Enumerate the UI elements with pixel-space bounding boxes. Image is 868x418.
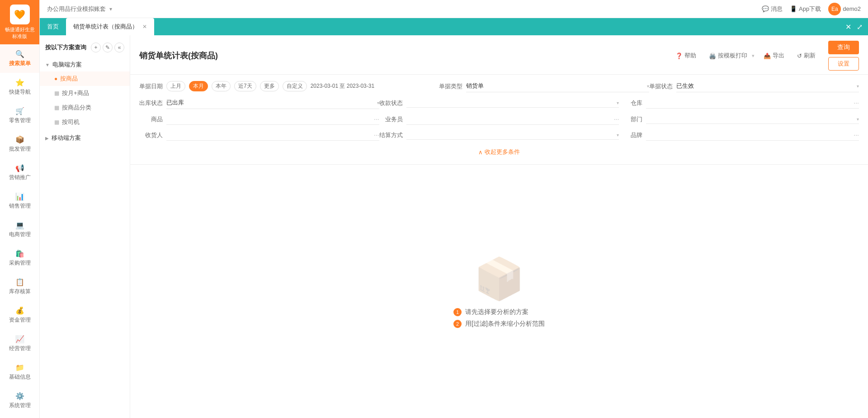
date-btn-last-month[interactable]: 上月 (166, 81, 185, 91)
salesperson-label: 业务员 (379, 115, 406, 124)
doc-status-select[interactable]: 已生效 ▾ (676, 80, 859, 92)
mobile-section-header[interactable]: ▶ 移动端方案 (40, 131, 130, 145)
brand-dots-icon[interactable]: ··· (854, 131, 859, 138)
radio-icon: ● (54, 76, 57, 82)
topbar-title: 办公用品行业模拟账套 (47, 5, 106, 13)
sidebar-item-finance[interactable]: 💰 资金管理 (0, 301, 39, 329)
ecommerce-icon: 💻 (15, 221, 24, 229)
out-status-select[interactable]: 已出库 ▾ (166, 97, 379, 109)
sidebar-item-basic[interactable]: 📁 基础信息 (0, 358, 39, 386)
tab-close-window-btn[interactable]: ✕ (844, 21, 853, 33)
scheme-by-goods[interactable]: ● 按商品 (40, 71, 130, 86)
sidebar-item-operation[interactable]: 📈 经营管理 (0, 329, 39, 358)
sidebar-item-sales[interactable]: 📊 销售管理 (0, 187, 39, 215)
filter-receipt-status: 收款状态 ▾ (379, 99, 619, 108)
salesperson-select[interactable]: ··· (406, 114, 619, 125)
filter-payment: 结算方式 ▾ (379, 131, 619, 140)
print-btn-group: 🖨️ 按模板打印 ▾ (705, 50, 755, 62)
print-btn[interactable]: 🖨️ 按模板打印 (705, 50, 751, 62)
app-download-label: App下载 (799, 5, 821, 13)
sidebar-item-search[interactable]: 🔍 搜索菜单 (0, 44, 39, 73)
sidebar-item-label: 零售管理 (9, 117, 31, 124)
step-2-num: 2 (453, 320, 462, 328)
filter-brand: 品牌 ··· (619, 129, 859, 141)
date-btn-this-year[interactable]: 本年 (212, 81, 231, 91)
sidebar-item-marketing[interactable]: 📢 营销推广 (0, 158, 39, 187)
collapse-more-btn[interactable]: ∧ 收起更多条件 (139, 145, 859, 159)
goods-select[interactable]: ··· (166, 114, 379, 125)
receiver-label: 收货人 (139, 131, 166, 139)
user-profile[interactable]: Ea demo2 (828, 3, 861, 15)
print-label: 按模板打印 (718, 52, 747, 60)
dept-select[interactable]: ▾ (646, 115, 859, 124)
doc-type-label: 单据类型 (439, 82, 466, 90)
logo-icon: 🧡 (10, 5, 30, 24)
settings-btn[interactable]: 设置 (828, 57, 859, 71)
avatar: Ea (828, 3, 841, 15)
print-dropdown-icon[interactable]: ▾ (752, 53, 755, 59)
date-btn-this-month[interactable]: 本月 (189, 81, 208, 91)
sidebar-item-enterprise[interactable]: 🤝 企业协同 (0, 415, 39, 418)
date-btn-custom[interactable]: 自定义 (283, 81, 307, 91)
goods-dots-icon[interactable]: ··· (374, 115, 379, 123)
sidebar-item-system[interactable]: ⚙️ 系统管理 (0, 386, 39, 415)
warehouse-dots-icon[interactable]: ··· (854, 99, 859, 106)
help-label: 帮助 (684, 52, 696, 60)
export-icon: 📤 (764, 52, 771, 59)
date-btn-more[interactable]: 更多 (260, 81, 279, 91)
payment-select[interactable]: ▾ (406, 131, 619, 140)
receiver-dots-icon[interactable]: ··· (374, 131, 379, 138)
scheme-label: 按商品 (60, 75, 78, 83)
collapse-panel-btn[interactable]: « (114, 43, 124, 52)
operation-icon: 📈 (15, 335, 24, 343)
help-btn[interactable]: ❓ 帮助 (672, 50, 700, 62)
refresh-btn[interactable]: ↺ 刷新 (793, 50, 819, 62)
sidebar-item-wholesale[interactable]: 📦 批发管理 (0, 130, 39, 158)
retail-icon: 🛒 (15, 107, 24, 115)
edit-scheme-btn[interactable]: ✎ (103, 43, 113, 52)
date-btn-last-7-days[interactable]: 近7天 (234, 81, 256, 91)
sidebar-item-inventory[interactable]: 📋 库存核算 (0, 272, 39, 301)
download-icon: 📱 (790, 5, 797, 12)
sidebar-item-ecommerce[interactable]: 💻 电商管理 (0, 215, 39, 244)
left-panel: 按以下方案查询 + ✎ « ▼ 电脑端方案 ● 按商品 ▦ 按月 (40, 35, 130, 418)
scheme-by-printer[interactable]: ▦ 按司机 (40, 115, 130, 129)
tab-sales-stat[interactable]: 销货单统计表（按商品） ✕ (66, 18, 154, 35)
app-download-btn[interactable]: 📱 App下载 (790, 5, 821, 13)
date-label: 单据日期 (139, 82, 166, 90)
receiver-select[interactable]: ··· (166, 129, 379, 141)
warehouse-select[interactable]: ··· (646, 97, 859, 109)
salesperson-dots-icon[interactable]: ··· (614, 115, 619, 123)
pc-section: ▼ 电脑端方案 ● 按商品 ▦ 按月+商品 ▦ 按商品分类 ▦ 按司机 (40, 58, 130, 129)
topbar-dropdown-icon[interactable]: ▾ (109, 6, 112, 12)
scheme-by-month-goods[interactable]: ▦ 按月+商品 (40, 86, 130, 100)
scheme-label: 按司机 (62, 118, 80, 126)
date-filter-group: 上月 本月 本年 近7天 更多 自定义 2023-03-01 至 2023-03… (166, 81, 439, 91)
tab-home[interactable]: 首页 (40, 18, 66, 35)
wholesale-icon: 📦 (15, 135, 24, 144)
add-scheme-btn[interactable]: + (91, 43, 101, 52)
doc-type-select[interactable]: 销货单 ▾ (466, 80, 649, 92)
sidebar-item-retail[interactable]: 🛒 零售管理 (0, 101, 39, 130)
brand-select[interactable]: ··· (646, 129, 859, 141)
message-btn[interactable]: 💬 消息 (762, 5, 783, 13)
sidebar-item-purchase[interactable]: 🛍️ 采购管理 (0, 244, 39, 272)
finance-icon: 💰 (15, 306, 24, 315)
export-btn[interactable]: 📤 导出 (760, 50, 788, 62)
receipt-status-select[interactable]: ▾ (406, 99, 619, 108)
logo-sub: 标准版 (12, 33, 27, 40)
chevron-right-icon: ▶ (45, 136, 49, 141)
tab-close-icon[interactable]: ✕ (142, 24, 147, 30)
scheme-label: 按月+商品 (62, 89, 89, 97)
filter-date: 单据日期 上月 本月 本年 近7天 更多 自定义 2023-03-01 至 20… (139, 81, 439, 91)
app-logo[interactable]: 🧡 畅捷通好生意 标准版 (0, 0, 39, 44)
pc-section-header[interactable]: ▼ 电脑端方案 (40, 58, 130, 71)
sidebar-item-label: 资金管理 (9, 316, 31, 324)
left-panel-header: 按以下方案查询 + ✎ « (40, 39, 130, 56)
filter-row-2: 出库状态 已出库 ▾ 收款状态 ▾ 仓库 (139, 97, 859, 109)
sidebar-item-quick-nav[interactable]: ⭐ 快捷导航 (0, 73, 39, 101)
tab-maximize-btn[interactable]: ⤢ (855, 21, 864, 33)
star-icon: ⭐ (15, 78, 24, 87)
scheme-by-goods-category[interactable]: ▦ 按商品分类 (40, 100, 130, 115)
query-btn[interactable]: 查询 (828, 41, 859, 54)
